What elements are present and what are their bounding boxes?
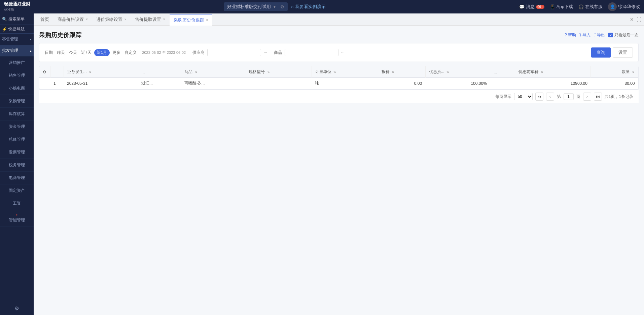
demo-button[interactable]: ○ 我要看实例演示 [291,4,326,10]
data-table: ⚙ 业务发生... ⇅ ... 商品 ⇅ [39,66,638,89]
tab-close-icon[interactable]: × [86,18,88,21]
search-icon: 🔍 [2,17,7,22]
tab-history-price[interactable]: 采购历史价跟踪 × [170,14,213,26]
sidebar-item-ecommerce-small[interactable]: 小畅电商 [0,82,34,95]
date-filter-group: 日期 昨天 今天 近7天 近1月 更多 自定义 2023-05-02 至 202… [45,49,186,56]
sidebar-search[interactable]: 🔍 搜索菜单 [0,13,34,25]
sidebar-item-inventory[interactable]: 库存核算 [0,108,34,120]
version-selector[interactable]: 好业财标准版交付试用 ▼ ⚙ [224,2,288,11]
supplier-filter-group: 供应商 ··· [192,49,267,56]
cell-price: 0.00 [378,78,426,89]
cell-date: 2023-05-31 [64,78,138,89]
column-discount[interactable]: 优惠折... ⇅ [425,66,490,78]
tabs-right: ✕ ⛶ [630,17,641,22]
supplier-more-button[interactable]: ··· [264,50,267,55]
sidebar-item-purchase[interactable]: 采购管理 [0,95,34,108]
tab-purchase-strategy[interactable]: 进价策略设置 × [92,13,131,26]
supplier-input[interactable] [207,49,261,56]
export-button[interactable]: ⤴ 导出 [594,32,605,38]
table-header-row: ⚙ 业务发生... ⇅ ... 商品 ⇅ [39,66,638,78]
sort-icon: ⇅ [446,70,449,74]
tab-home[interactable]: 首页 [36,13,53,26]
sidebar-item-ecommerce[interactable]: 电商管理 [0,172,34,184]
sort-icon: ⇅ [632,70,635,74]
column-spec[interactable]: 规格型号 ⇅ [245,66,312,78]
column-price[interactable]: 报价 ⇅ [378,66,426,78]
tab-close-icon[interactable]: × [124,18,127,21]
sidebar-item-general-ledger[interactable]: 总账管理 [0,133,34,146]
sidebar-item-tax[interactable]: 税务管理 [0,159,34,172]
chevron-icon: ▴ [30,49,32,53]
sidebar-item-smart[interactable]: ● 智能管理 [0,210,34,227]
page-first-button[interactable]: ⏮ [535,93,543,101]
per-page-label: 每页显示 [495,94,511,100]
product-filter-group: 商品 ··· [274,49,345,56]
page-content: 采购历史价跟踪 ? 帮助 ⤵ 导入 ⤴ 导出 ✓ [34,26,644,315]
column-product[interactable]: 商品 ⇅ [181,66,245,78]
query-button[interactable]: 查询 [591,47,611,58]
tab-close-icon[interactable]: × [163,18,165,21]
column-settings[interactable]: ⚙ [39,66,50,78]
filter-settings-button[interactable]: 设置 [613,47,633,58]
main-layout: 🔍 搜索菜单 ⚡ 快捷导航 零售管理 ▾ 批发管理 ▴ 营销推广 销售管理 小畅… [0,13,644,315]
online-service-button[interactable]: 🎧 在线客服 [578,4,603,10]
sidebar-item-sales[interactable]: 销售管理 [0,69,34,82]
sidebar-item-retail[interactable]: 零售管理 ▾ [0,34,34,45]
column-pre-discount-price[interactable]: 优惠前单价 ⇅ [515,66,591,78]
page-number-input[interactable] [564,93,574,100]
nav-icon: ⚡ [2,27,7,32]
column-date[interactable]: 业务发生... ⇅ [64,66,138,78]
date-option-today[interactable]: 今天 [68,49,78,56]
sidebar-item-wholesale[interactable]: 批发管理 ▴ [0,45,34,57]
date-filter-label: 日期 [45,50,53,56]
user-menu[interactable]: 👤 徐泽华修改 [608,2,640,11]
page-prev-button[interactable]: ‹ [546,93,554,101]
sort-icon: ⇅ [392,70,394,74]
filter-row: 日期 昨天 今天 近7天 近1月 更多 自定义 2023-05-02 至 202… [45,47,633,58]
date-option-last1m[interactable]: 近1月 [94,49,110,56]
app-download-button[interactable]: 📱 App下载 [550,4,573,10]
sort-icon: ⇅ [541,70,543,74]
message-button[interactable]: 💬 消息 99+ [519,4,544,10]
message-icon: 💬 [519,4,525,9]
demo-icon: ○ [291,4,294,9]
sidebar-item-marketing[interactable]: 营销推广 [0,57,34,69]
page-next-button[interactable]: › [583,93,591,101]
filter-bar: 日期 昨天 今天 近7天 近1月 更多 自定义 2023-05-02 至 202… [39,43,639,62]
filter-actions: 查询 设置 [591,47,633,58]
tab-price[interactable]: 商品价格设置 × [53,13,92,26]
column-quantity[interactable]: 数量 ⇅ [591,66,638,78]
per-page-select[interactable]: 50 10 20 100 [514,93,533,100]
sort-icon: ⇅ [89,70,92,74]
sidebar-nav[interactable]: ⚡ 快捷导航 [0,25,34,34]
date-option-more[interactable]: 更多 [111,49,122,56]
headset-icon: 🎧 [578,4,584,9]
export-icon: ⤴ [594,33,596,37]
sidebar-item-invoice[interactable]: 发票管理 [0,146,34,159]
date-option-last7[interactable]: 近7天 [80,49,93,56]
product-input[interactable] [285,49,338,56]
sidebar-item-fixed-assets[interactable]: 固定资产 [0,184,34,197]
avatar: 👤 [608,2,617,11]
product-more-button[interactable]: ··· [341,50,345,55]
sidebar-item-finance[interactable]: 资金管理 [0,120,34,133]
import-button[interactable]: ⤵ 导入 [579,32,591,38]
tab-close-icon[interactable]: × [206,18,208,22]
page-last-button[interactable]: ⏭ [594,93,602,101]
date-option-yesterday[interactable]: 昨天 [56,49,66,56]
column-unit[interactable]: 计量单位 ⇅ [312,66,378,78]
cell-quantity: 30.00 [591,78,638,89]
column-dots2: ... [490,66,515,78]
date-option-custom[interactable]: 自定义 [123,49,138,56]
sort-icon: ⇅ [195,70,198,74]
tab-close-all-icon[interactable]: ✕ [630,17,634,22]
checkbox-icon: ✓ [608,33,613,37]
tab-sale-price[interactable]: 售价提取设置 × [131,13,170,26]
sidebar-settings-button[interactable]: ⚙ [0,302,34,315]
only-last-checkbox[interactable]: ✓ 只看最后一次 [608,32,639,38]
help-button[interactable]: ? 帮助 [565,32,576,38]
sort-icon: ⇅ [333,70,336,74]
tab-expand-icon[interactable]: ⛶ [637,17,641,22]
sidebar-item-payroll[interactable]: 工资 [0,197,34,210]
phone-icon: 📱 [550,4,555,9]
